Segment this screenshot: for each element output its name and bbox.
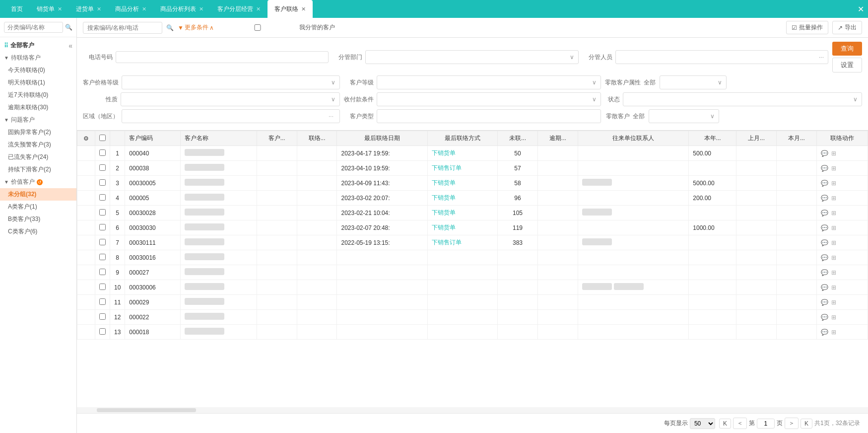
- th-contact[interactable]: 联络...: [297, 131, 337, 146]
- contact-method-link[interactable]: 下销售订单: [432, 164, 462, 171]
- message-icon[interactable]: 💬: [821, 284, 828, 291]
- my-customers-checkbox[interactable]: [218, 24, 297, 31]
- td-action[interactable]: 💬 ⊞: [816, 310, 868, 325]
- message-icon[interactable]: 💬: [821, 180, 828, 187]
- td-last-method[interactable]: [427, 250, 497, 265]
- grid-icon[interactable]: ⊞: [831, 239, 836, 246]
- payment-select[interactable]: ∨: [377, 92, 601, 106]
- value-customer-group[interactable]: ▼ 价值客户 ↺: [0, 176, 76, 188]
- td-action[interactable]: 💬 ⊞: [816, 250, 868, 265]
- message-icon[interactable]: 💬: [821, 314, 828, 321]
- row-checkbox[interactable]: [99, 149, 106, 156]
- td-last-method[interactable]: 下销货单: [427, 191, 497, 206]
- message-icon[interactable]: 💬: [821, 329, 828, 336]
- tab-sales-order[interactable]: 销货单 ✕: [30, 0, 69, 18]
- td-action[interactable]: 💬 ⊞: [816, 220, 868, 235]
- td-action[interactable]: 💬 ⊞: [816, 265, 868, 280]
- td-checkbox[interactable]: [95, 220, 110, 235]
- td-action[interactable]: 💬 ⊞: [816, 161, 868, 176]
- export-btn[interactable]: ↗ 导出: [832, 21, 862, 34]
- td-action[interactable]: 💬 ⊞: [816, 280, 868, 295]
- contact-method-link[interactable]: 下销货单: [432, 194, 456, 201]
- row-checkbox[interactable]: [99, 269, 106, 275]
- th-last-date[interactable]: 最后联络日期: [337, 131, 427, 146]
- td-checkbox[interactable]: [95, 310, 110, 325]
- reset-button[interactable]: 设置: [832, 58, 862, 72]
- td-last-method[interactable]: [427, 325, 497, 340]
- tab-customer-tier[interactable]: 客户分层经营 ✕: [210, 0, 267, 18]
- th-not-contacted[interactable]: 未联...: [498, 131, 538, 146]
- grid-icon[interactable]: ⊞: [831, 195, 836, 202]
- message-icon[interactable]: 💬: [821, 239, 828, 246]
- message-icon[interactable]: 💬: [821, 254, 828, 261]
- td-last-method[interactable]: 下销售订单: [427, 235, 497, 250]
- td-action[interactable]: 💬 ⊞: [816, 191, 868, 206]
- th-last-method[interactable]: 最后联络方式: [427, 131, 497, 146]
- row-checkbox[interactable]: [99, 179, 106, 186]
- td-last-method[interactable]: 下销售订单: [427, 161, 497, 176]
- search-input[interactable]: [83, 22, 162, 34]
- all-customers-header[interactable]: ⠿ 全部客户 «: [0, 37, 76, 52]
- my-customers-checkbox-label[interactable]: 我分管的客户: [218, 23, 335, 32]
- td-checkbox[interactable]: [95, 235, 110, 250]
- type-a-customers[interactable]: A类客户(1): [0, 201, 76, 213]
- row-checkbox[interactable]: [99, 313, 106, 320]
- today-pending[interactable]: 今天待联络(0): [0, 64, 76, 76]
- declining-customers[interactable]: 持续下滑客户(2): [0, 163, 76, 176]
- td-checkbox[interactable]: [95, 161, 110, 176]
- row-checkbox[interactable]: [99, 239, 106, 245]
- td-last-method[interactable]: 下销货单: [427, 206, 497, 220]
- region-select[interactable]: ···: [122, 109, 340, 123]
- grid-icon[interactable]: ⊞: [831, 180, 836, 187]
- td-checkbox[interactable]: [95, 191, 110, 206]
- horizontal-scrollbar[interactable]: [77, 407, 868, 413]
- row-checkbox[interactable]: [99, 284, 106, 290]
- contact-method-link[interactable]: 下销售订单: [432, 239, 462, 246]
- td-last-method[interactable]: [427, 310, 497, 325]
- prev-page-btn[interactable]: ＜: [733, 418, 747, 429]
- th-overdue[interactable]: 逾期...: [537, 131, 578, 146]
- td-checkbox[interactable]: [95, 146, 110, 161]
- row-checkbox[interactable]: [99, 254, 106, 260]
- td-action[interactable]: 💬 ⊞: [816, 295, 868, 310]
- batch-operation-btn[interactable]: ☑ 批量操作: [786, 21, 828, 34]
- th-this-year[interactable]: 本年...: [689, 131, 736, 146]
- retail-customer-select[interactable]: ∨: [649, 109, 719, 123]
- message-icon[interactable]: 💬: [821, 299, 828, 306]
- customer-tier-select[interactable]: ∨: [377, 75, 601, 89]
- contact-method-link[interactable]: 下销货单: [432, 224, 456, 231]
- message-icon[interactable]: 💬: [821, 269, 828, 276]
- tab-close-customer-contact[interactable]: ✕: [301, 6, 306, 12]
- page-number-input[interactable]: [757, 419, 775, 429]
- row-checkbox[interactable]: [99, 164, 106, 171]
- th-customer-type[interactable]: 客户...: [257, 131, 297, 146]
- th-name[interactable]: 客户名称: [180, 131, 257, 146]
- churn-warning-customers[interactable]: 流失预警客户(3): [0, 139, 76, 151]
- select-all-checkbox[interactable]: [99, 135, 106, 141]
- grid-icon[interactable]: ⊞: [831, 150, 836, 157]
- td-checkbox[interactable]: [95, 295, 110, 310]
- tab-close-sales-order[interactable]: ✕: [58, 6, 62, 12]
- customer-type-select[interactable]: [377, 109, 601, 123]
- row-checkbox[interactable]: [99, 298, 106, 305]
- grid-icon[interactable]: ⊞: [831, 284, 836, 291]
- tab-close-product-analysis-list[interactable]: ✕: [199, 6, 203, 12]
- td-checkbox[interactable]: [95, 206, 110, 220]
- tab-close-purchase-order[interactable]: ✕: [97, 6, 101, 12]
- grid-icon[interactable]: ⊞: [831, 269, 836, 276]
- td-last-method[interactable]: 下销货单: [427, 146, 497, 161]
- td-checkbox[interactable]: [95, 280, 110, 295]
- td-action[interactable]: 💬 ⊞: [816, 176, 868, 191]
- row-checkbox[interactable]: [99, 209, 106, 216]
- th-unit-contact[interactable]: 往来单位联系人: [578, 131, 689, 146]
- grid-icon[interactable]: ⊞: [831, 314, 836, 321]
- message-icon[interactable]: 💬: [821, 195, 828, 202]
- td-action[interactable]: 💬 ⊞: [816, 206, 868, 220]
- dept-select[interactable]: ∨: [365, 50, 578, 64]
- td-last-method[interactable]: 下销货单: [427, 220, 497, 235]
- price-tier-select[interactable]: ∨: [122, 75, 340, 89]
- grid-icon[interactable]: ⊞: [831, 254, 836, 261]
- retail-attr-select[interactable]: ∨: [660, 75, 727, 89]
- message-icon[interactable]: 💬: [821, 150, 828, 157]
- pending-contact-group[interactable]: ▼ 待联络客户: [0, 52, 76, 64]
